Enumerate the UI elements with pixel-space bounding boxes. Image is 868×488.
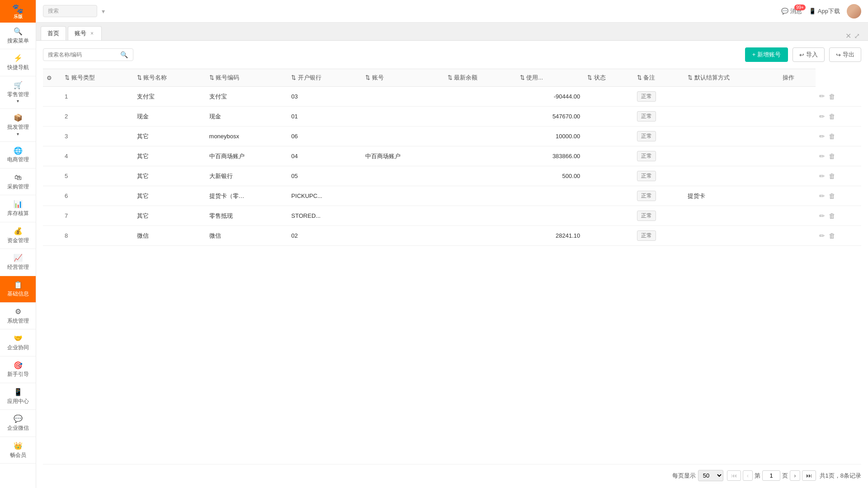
- sidebar-item-inventory[interactable]: 📊库存核算: [0, 195, 36, 222]
- edit-icon[interactable]: ✏: [819, 212, 825, 220]
- sidebar-item-company-agreement[interactable]: 🤝企业协同: [0, 329, 36, 356]
- th-code[interactable]: ⇅ 账号编码: [206, 69, 288, 87]
- th-balance[interactable]: ⇅ 最新余额: [444, 69, 516, 87]
- row-name: 大新银行: [206, 166, 288, 186]
- brand-name: 乐版: [12, 14, 24, 19]
- dropdown-arrow-icon[interactable]: ▾: [102, 8, 105, 15]
- row-select: [43, 206, 61, 226]
- import-button[interactable]: ↩ 导入: [793, 47, 825, 62]
- row-status: 正常: [633, 107, 684, 127]
- delete-icon[interactable]: 🗑: [829, 232, 835, 239]
- inventory-icon: 📊: [14, 200, 23, 209]
- delete-icon[interactable]: 🗑: [829, 93, 835, 100]
- sidebar-item-quick-nav[interactable]: ⚡快捷导航: [0, 49, 36, 76]
- sidebar-item-operations[interactable]: 📈经营管理: [0, 249, 36, 276]
- row-status: 正常: [633, 87, 684, 107]
- th-default-settle[interactable]: ⇅ 默认结算方式: [684, 69, 779, 87]
- edit-icon[interactable]: ✏: [819, 132, 825, 141]
- edit-icon[interactable]: ✏: [819, 172, 825, 180]
- prev-page-button[interactable]: ‹: [743, 470, 753, 481]
- th-settings[interactable]: ⚙: [43, 69, 61, 87]
- delete-icon[interactable]: 🗑: [829, 152, 835, 160]
- toolbar-right: + 新增账号 ↩ 导入 ↪ 导出: [745, 47, 861, 62]
- sidebar-item-new-guide[interactable]: 🎯新手引导: [0, 357, 36, 383]
- sidebar-item-purchase[interactable]: 🛍采购管理: [0, 169, 36, 195]
- delete-icon[interactable]: 🗑: [829, 212, 835, 220]
- sidebar-item-ecommerce[interactable]: 🌐电商管理: [0, 142, 36, 169]
- search-menu-icon: 🔍: [14, 27, 23, 37]
- row-balance: 547670.00: [516, 107, 584, 127]
- row-remark: [684, 87, 779, 107]
- delete-icon[interactable]: 🗑: [829, 192, 835, 200]
- edit-icon[interactable]: ✏: [819, 92, 825, 100]
- row-name: 零售抵现: [206, 206, 288, 226]
- th-remark[interactable]: ⇅ 备注: [633, 69, 684, 87]
- edit-icon[interactable]: ✏: [819, 232, 825, 240]
- table-row: 6 其它 提货卡（零… PICKUPC... 正常 提货卡 ✏ 🗑: [43, 186, 861, 206]
- first-page-button[interactable]: ⏮: [727, 470, 741, 481]
- row-remark: [684, 127, 779, 146]
- row-type: 其它: [133, 206, 206, 226]
- tab-close-window-icon[interactable]: ✕: [845, 32, 851, 40]
- delete-icon[interactable]: 🗑: [829, 113, 835, 120]
- row-status: 正常: [633, 166, 684, 186]
- sidebar-item-retail[interactable]: 🛒零售管理▾: [0, 76, 36, 109]
- row-bank: [362, 186, 444, 206]
- edit-icon[interactable]: ✏: [819, 192, 825, 200]
- th-name[interactable]: ⇅ 账号名称: [133, 69, 206, 87]
- sidebar-item-system[interactable]: ⚙系统管理: [0, 303, 36, 329]
- top-search: 搜索: [43, 5, 97, 17]
- finance-icon: 💰: [14, 227, 23, 236]
- th-type[interactable]: ⇅ 账号类型: [61, 69, 133, 87]
- app-center-icon: 📱: [14, 388, 23, 397]
- per-page-select[interactable]: 50 100 200: [698, 470, 723, 481]
- sidebar-item-app-center[interactable]: 📱应用中心: [0, 383, 36, 410]
- row-select: [43, 127, 61, 146]
- edit-icon[interactable]: ✏: [819, 152, 825, 160]
- message-button[interactable]: 💬 消息 99+: [781, 7, 802, 15]
- last-page-button[interactable]: ⏭: [802, 470, 816, 481]
- search-input[interactable]: [48, 52, 120, 58]
- vip-member-icon: 👑: [14, 441, 23, 451]
- operations-icon: 📈: [14, 253, 23, 263]
- table-row: 2 现金 现金 01 547670.00 正常 ✏ 🗑: [43, 107, 861, 127]
- delete-icon[interactable]: 🗑: [829, 132, 835, 140]
- tab-home[interactable]: 首页: [41, 26, 66, 40]
- content-area: 🔍 + 新增账号 ↩ 导入 ↪ 导出: [36, 41, 868, 488]
- row-account: [444, 127, 516, 146]
- user-avatar[interactable]: [847, 4, 861, 19]
- tab-close-icon[interactable]: ×: [89, 30, 95, 37]
- delete-icon[interactable]: 🗑: [829, 172, 835, 180]
- th-status[interactable]: ⇅ 状态: [584, 69, 633, 87]
- th-account[interactable]: ⇅ 账号: [362, 69, 444, 87]
- sidebar-item-company-wechat[interactable]: 💬企业微信: [0, 410, 36, 436]
- sidebar-item-finance[interactable]: 💰资金管理: [0, 222, 36, 249]
- th-bank[interactable]: ⇅ 开户银行: [288, 69, 362, 87]
- sidebar-item-vip-member[interactable]: 👑畅会员: [0, 437, 36, 464]
- search-icon: 🔍: [120, 51, 128, 58]
- app-download-button[interactable]: 📱 App下载: [809, 7, 840, 15]
- row-remark: [684, 166, 779, 186]
- phone-icon: 📱: [809, 8, 816, 14]
- pagination: 每页显示 50 100 200 ⏮ ‹ 第 页 › ⏭ 共1页，8条记录: [43, 464, 861, 481]
- edit-icon[interactable]: ✏: [819, 113, 825, 121]
- app-logo: 🐾 乐版: [0, 0, 36, 23]
- header-left: 搜索 ▾: [43, 5, 105, 17]
- tab-maximize-icon[interactable]: ⤢: [854, 32, 860, 40]
- sidebar-item-search-menu[interactable]: 🔍搜索菜单: [0, 23, 36, 49]
- sidebar-item-basic-info[interactable]: 📋基础信息: [0, 276, 36, 303]
- row-num: 8: [61, 226, 133, 246]
- th-usage[interactable]: ⇅ 使用...: [516, 69, 584, 87]
- page-number-input[interactable]: [762, 470, 780, 481]
- table-row: 8 微信 微信 02 28241.10 正常 ✏ 🗑: [43, 226, 861, 246]
- next-page-button[interactable]: ›: [790, 470, 800, 481]
- sidebar-item-wholesale[interactable]: 📦批发管理▾: [0, 109, 36, 141]
- export-button[interactable]: ↪ 导出: [829, 47, 861, 62]
- row-select: [43, 87, 61, 107]
- page-size-selector: 每页显示 50 100 200: [672, 470, 723, 481]
- add-account-button[interactable]: + 新增账号: [745, 47, 788, 62]
- tab-window-controls: ✕ ⤢: [104, 32, 863, 40]
- app-download-label: App下载: [818, 7, 840, 15]
- main-area: 搜索 ▾ 💬 消息 99+ 📱 App下载 首页 账号 × ✕: [36, 0, 868, 488]
- tab-account[interactable]: 账号 ×: [68, 26, 102, 40]
